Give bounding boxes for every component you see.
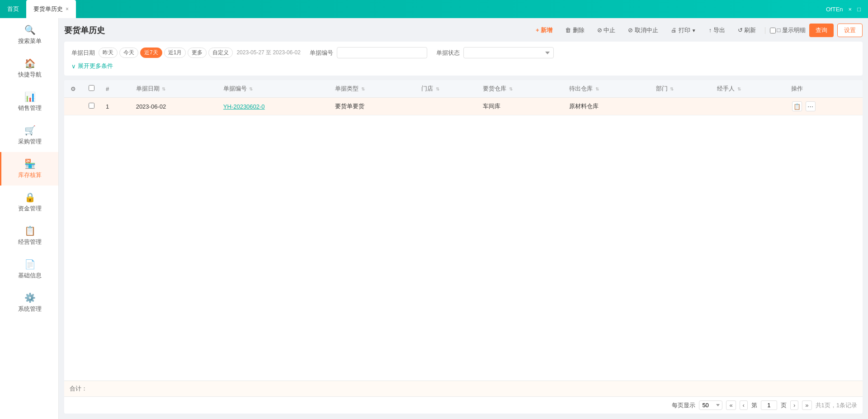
stop-button[interactable]: ⊘ 中止	[593, 24, 620, 37]
display-detail-checkbox[interactable]	[770, 28, 776, 33]
th-doc-date[interactable]: 单据日期 ⇅	[131, 80, 218, 98]
date-btn-more[interactable]: 更多	[188, 48, 207, 58]
filter-bar: 单据日期 昨天 今天 近7天 近1月 更多 自定义 2023-05-27 至 2…	[64, 42, 863, 76]
window-close-icon[interactable]: ×	[849, 6, 852, 13]
sort-store-icon: ⇅	[436, 86, 439, 91]
next-page-button[interactable]: ›	[790, 400, 798, 410]
sidebar-item-basic-info[interactable]: 📄 基础信息	[0, 252, 58, 286]
sidebar-item-system-mgmt[interactable]: ⚙️ 系统管理	[0, 286, 58, 319]
th-department[interactable]: 部门 ⇅	[651, 80, 712, 98]
th-settings[interactable]: ⚙	[64, 80, 82, 98]
window-max-icon[interactable]: □	[857, 6, 861, 13]
display-detail-label: □ 显示明细	[777, 26, 806, 34]
sidebar-item-finance-mgmt[interactable]: 🔒 资金管理	[0, 186, 58, 219]
date-btn-7days[interactable]: 近7天	[140, 48, 162, 58]
toolbar: + 新增 🗑 删除 ⊘ 中止 ⊘ 取消中止 🖨 打印 ▼ ↑ 导出 ↺ 刷新 |…	[531, 24, 863, 37]
tab-home-label: 首页	[7, 5, 19, 13]
sidebar-item-inventory-calc[interactable]: 🏪 库存核算	[0, 152, 58, 186]
main-layout: 🔍 搜索菜单 🏠 快捷导航 📊 销售管理 🛒 采购管理 🏪 库存核算 🔒 资金管…	[0, 18, 868, 419]
ops-mgmt-icon: 📋	[24, 225, 36, 236]
table-wrapper[interactable]: ⚙ # 单据日期 ⇅ 单据编号 ⇅ 单据类型 ⇅ 门店 ⇅ 要货仓库 ⇅ 待出仓…	[64, 80, 863, 381]
sidebar: 🔍 搜索菜单 🏠 快捷导航 📊 销售管理 🛒 采购管理 🏪 库存核算 🔒 资金管…	[0, 18, 59, 419]
more-op-button[interactable]: ⋯	[806, 101, 816, 111]
th-doc-type[interactable]: 单据类型 ⇅	[330, 80, 416, 98]
status-select[interactable]	[463, 47, 554, 58]
expand-more-btn[interactable]: ∨ 展开更多条件	[71, 62, 855, 70]
select-all-checkbox[interactable]	[89, 85, 94, 91]
page-total-info: 共1页，1条记录	[816, 401, 857, 409]
sort-doc-date-icon: ⇅	[162, 86, 165, 91]
date-btn-1month[interactable]: 近1月	[164, 48, 186, 58]
table-footer: 合计：	[64, 381, 863, 396]
table-header-row: ⚙ # 单据日期 ⇅ 单据编号 ⇅ 单据类型 ⇅ 门店 ⇅ 要货仓库 ⇅ 待出仓…	[64, 80, 863, 98]
sidebar-label-basic-info: 基础信息	[18, 271, 42, 280]
sort-pending-warehouse-icon: ⇅	[595, 86, 599, 91]
table-row: 1 2023-06-02 YH-20230602-0 要货单要货 车间库 原材料…	[64, 98, 863, 115]
sidebar-item-ops-mgmt[interactable]: 📋 经营管理	[0, 219, 58, 252]
date-btn-custom[interactable]: 自定义	[208, 48, 233, 58]
docno-label: 单据编号	[310, 49, 333, 57]
chevron-down-icon: ∨	[71, 63, 76, 70]
system-mgmt-icon: ⚙️	[24, 292, 36, 303]
sidebar-label-quick-nav: 快捷导航	[18, 71, 42, 79]
row-checkbox[interactable]	[89, 103, 94, 109]
sidebar-item-purchase-mgmt[interactable]: 🛒 采购管理	[0, 119, 58, 152]
td-handler	[712, 98, 786, 115]
sidebar-item-search-menu[interactable]: 🔍 搜索菜单	[0, 18, 58, 52]
view-op-button[interactable]: 📋	[792, 101, 802, 111]
td-store	[416, 98, 477, 115]
finance-mgmt-icon: 🔒	[24, 192, 36, 203]
page-number-input[interactable]	[761, 400, 777, 410]
th-handler[interactable]: 经手人 ⇅	[712, 80, 786, 98]
quick-nav-icon: 🏠	[24, 58, 36, 69]
td-req-warehouse: 车间库	[477, 98, 564, 115]
td-doc-no[interactable]: YH-20230602-0	[218, 98, 330, 115]
docno-input[interactable]	[337, 47, 427, 58]
sort-handler-icon: ⇅	[737, 86, 741, 91]
page-size-select[interactable]: 50 10 20 100	[699, 400, 722, 410]
print-dropdown-icon[interactable]: ▼	[692, 28, 696, 33]
toolbar-separator: |	[764, 26, 766, 34]
settings-button[interactable]: 设置	[837, 24, 863, 37]
display-detail-toggle[interactable]: □ 显示明细	[770, 26, 806, 34]
top-tabs: 首页 要货单历史 ×	[0, 0, 826, 18]
sidebar-item-quick-nav[interactable]: 🏠 快捷导航	[0, 52, 58, 85]
export-button[interactable]: ↑ 导出	[704, 24, 730, 37]
date-filter-group: 单据日期 昨天 今天 近7天 近1月 更多 自定义 2023-05-27 至 2…	[71, 48, 301, 58]
last-page-button[interactable]: »	[802, 400, 811, 410]
sidebar-label-search-menu: 搜索菜单	[18, 37, 42, 45]
status-filter-group: 单据状态	[436, 47, 554, 58]
td-checkbox	[82, 98, 100, 115]
often-label[interactable]: OfTEn	[826, 6, 843, 13]
date-btn-today[interactable]: 今天	[119, 48, 138, 58]
content-area: 要货单历史 + 新增 🗑 删除 ⊘ 中止 ⊘ 取消中止 🖨 打印 ▼ ↑ 导出 …	[59, 18, 868, 419]
th-doc-no[interactable]: 单据编号 ⇅	[218, 80, 330, 98]
cancel-stop-button[interactable]: ⊘ 取消中止	[623, 24, 663, 37]
refresh-button[interactable]: ↺ 刷新	[733, 24, 761, 37]
td-operation: 📋 ⋯	[786, 98, 863, 115]
tab-requisition-history[interactable]: 要货单历史 ×	[26, 0, 76, 18]
th-req-warehouse[interactable]: 要货仓库 ⇅	[477, 80, 564, 98]
first-page-button[interactable]: «	[726, 400, 736, 410]
tab-home[interactable]: 首页	[0, 0, 26, 18]
sidebar-label-inventory-calc: 库存核算	[18, 171, 42, 179]
sort-doc-no-icon: ⇅	[249, 86, 253, 91]
prev-page-button[interactable]: ‹	[740, 400, 748, 410]
sidebar-item-sales-mgmt[interactable]: 📊 销售管理	[0, 85, 58, 119]
print-button[interactable]: 🖨 打印 ▼	[666, 24, 701, 37]
inventory-calc-icon: 🏪	[24, 158, 36, 169]
th-checkbox	[82, 80, 100, 98]
close-tab-icon[interactable]: ×	[66, 6, 69, 12]
td-index: 1	[100, 98, 131, 115]
top-bar-right: OfTEn × □	[826, 6, 868, 13]
th-index: #	[100, 80, 131, 98]
query-button[interactable]: 查询	[809, 24, 834, 37]
page-goto-label: 第	[751, 401, 757, 409]
th-store[interactable]: 门店 ⇅	[416, 80, 477, 98]
sidebar-label-finance-mgmt: 资金管理	[18, 205, 42, 213]
th-pending-warehouse[interactable]: 待出仓库 ⇅	[564, 80, 650, 98]
new-button[interactable]: + 新增	[531, 24, 557, 37]
delete-button[interactable]: 🗑 删除	[561, 24, 589, 37]
date-btn-yesterday[interactable]: 昨天	[99, 48, 118, 58]
tab-requisition-label: 要货单历史	[33, 5, 63, 13]
